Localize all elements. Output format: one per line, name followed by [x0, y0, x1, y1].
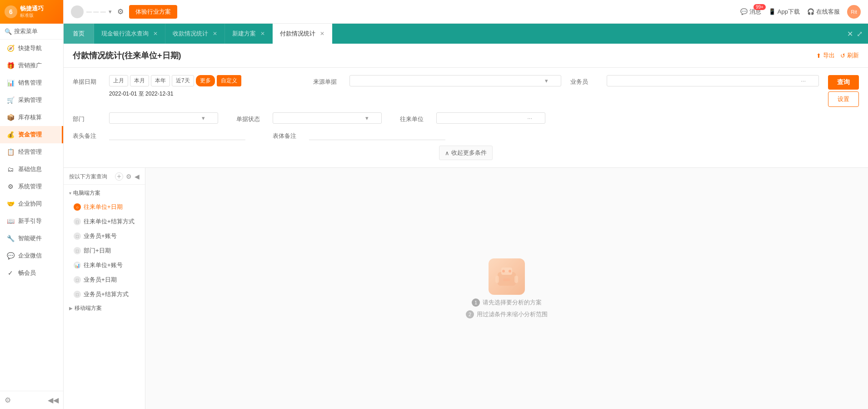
source-filter-label: 来源单据 [313, 75, 340, 86]
date-btn-last-month[interactable]: 上月 [109, 75, 128, 86]
scheme-item-staff-date[interactable]: □ 业务员+日期 [64, 273, 145, 287]
counterpart-more-icon: ··· [527, 115, 532, 121]
app-subtitle: 标准版 [20, 12, 44, 19]
empty-hint-2: 2 用过滤条件来缩小分析范围 [466, 310, 548, 318]
scheme-item-staff-account[interactable]: □ 业务员+账号 [64, 229, 145, 243]
collapse-button[interactable]: ∧ 收起更多条件 [439, 146, 493, 160]
sidebar-item-hardware[interactable]: 🔧 智能硬件 [0, 230, 63, 247]
weixin-icon: 💬 [6, 252, 15, 260]
scheme-item-staff-settle-label: 业务员+结算方式 [84, 290, 129, 298]
sidebar-item-inventory[interactable]: 📦 库存核算 [0, 109, 63, 126]
collapse-arrow-icon: ∧ [445, 150, 449, 157]
sidebar-item-finance[interactable]: 💰 资金管理 [0, 126, 63, 143]
scheme-item-staff-account-label: 业务员+账号 [84, 232, 117, 240]
sidebar-item-marketing[interactable]: 🎁 营销推广 [0, 57, 63, 74]
date-btn-this-year[interactable]: 本年 [151, 75, 170, 86]
account-dropdown-icon[interactable]: ▾ [109, 8, 112, 15]
dept-select[interactable]: ▾ [109, 112, 218, 124]
scheme-item-counterpart-date-label: 往来单位+日期 [84, 203, 123, 211]
guide-icon: 📖 [6, 217, 15, 225]
date-btn-custom[interactable]: 自定义 [217, 75, 241, 86]
page-title: 付款情况统计(往来单位+日期) [73, 50, 181, 61]
trial-button[interactable]: 体验行业方案 [129, 5, 177, 19]
sidebar-item-weixin[interactable]: 💬 企业微信 [0, 247, 63, 264]
header-right-actions: 💬 消息 99+ 📱 App下载 🎧 在线客服 Rit [740, 5, 861, 19]
scheme-group-mobile[interactable]: ▶ 移动端方案 [64, 302, 145, 315]
finance-icon: 💰 [6, 131, 15, 139]
tab-payment-stat[interactable]: 付款情况统计 ✕ [273, 24, 332, 44]
staff-select[interactable]: ··· [607, 75, 819, 86]
export-label: 导出 [823, 51, 835, 60]
online-service-label: 在线客服 [816, 8, 840, 16]
tab-receipt-stat[interactable]: 收款情况统计 ✕ [165, 24, 225, 44]
sidebar-item-quicknav[interactable]: 🧭 快捷导航 [0, 40, 63, 57]
scheme-item-counterpart-date[interactable]: ○ 往来单位+日期 [64, 200, 145, 214]
scheme-item-staff-settle[interactable]: □ 业务员+结算方式 [64, 287, 145, 302]
sidebar-item-label: 库存核算 [18, 113, 42, 121]
date-btn-last7[interactable]: 近7天 [172, 75, 194, 86]
tab-new-scheme-close[interactable]: ✕ [260, 30, 265, 37]
sidebar-item-member[interactable]: ✓ 畅会员 [0, 264, 63, 282]
export-button[interactable]: ⬆ 导出 [816, 51, 835, 60]
sidebar-item-enterprise[interactable]: 🤝 企业协同 [0, 195, 63, 212]
window-expand-btn[interactable]: ⤢ [857, 30, 863, 38]
header-settings-icon[interactable]: ⚙ [117, 7, 124, 16]
sidebar-item-operations[interactable]: 📋 经营管理 [0, 143, 63, 161]
scheme-collapse-icon[interactable]: ◀ [135, 173, 140, 180]
tab-home[interactable]: 首页 [64, 24, 94, 44]
export-icon: ⬆ [816, 52, 821, 59]
window-close-btn[interactable]: ✕ [847, 30, 853, 38]
app-download-label: App下载 [778, 8, 800, 16]
purchase-icon: 🛒 [6, 96, 15, 104]
content-area: 按以下方案查询 + ⚙ ◀ ▾ 电脑端方案 ○ 往来单位+日期 □ [64, 168, 868, 409]
collapse-row: ∧ 收起更多条件 [73, 146, 859, 160]
scheme-item-dept-date-icon: □ [74, 247, 81, 254]
messages-badge: 99+ [753, 4, 766, 10]
settings-button[interactable]: 设置 [828, 91, 859, 107]
user-avatar[interactable]: Rit [847, 5, 861, 19]
tab-new-scheme[interactable]: 新建方案 ✕ [225, 24, 273, 44]
scheme-add-icon[interactable]: + [115, 172, 123, 181]
scheme-group-desktop[interactable]: ▾ 电脑端方案 [64, 187, 145, 200]
tab-payment-close[interactable]: ✕ [320, 30, 324, 37]
scheme-item-counterpart-settle[interactable]: □ 往来单位+结算方式 [64, 214, 145, 229]
hint-text-1: 请先选择要分析的方案 [483, 298, 542, 307]
top-header: — — — ▾ ⚙ 体验行业方案 💬 消息 99+ 📱 App下载 🎧 在线客服… [64, 0, 868, 24]
messages-action[interactable]: 💬 消息 99+ [740, 8, 761, 16]
tab-receipt-close[interactable]: ✕ [213, 30, 217, 37]
sidebar-item-guide[interactable]: 📖 新手引导 [0, 212, 63, 230]
app-download-action[interactable]: 📱 App下载 [768, 8, 800, 16]
date-filter-label: 单据日期 [73, 75, 100, 86]
online-service-action[interactable]: 🎧 在线客服 [807, 8, 840, 16]
source-select[interactable]: ▾ [349, 75, 562, 86]
doc-status-select[interactable]: ▾ [273, 112, 382, 124]
table-header-remark-input[interactable] [109, 129, 245, 140]
date-filter-value: 上月 本月 本年 近7天 更多 自定义 2022-01-01 至 2022-12… [109, 75, 304, 98]
date-buttons: 上月 本月 本年 近7天 更多 自定义 [109, 75, 241, 86]
scheme-settings-icon[interactable]: ⚙ [126, 173, 132, 180]
refresh-button[interactable]: ↺ 刷新 [840, 51, 859, 60]
footer-collapse-icon[interactable]: ◀◀ [48, 396, 59, 404]
scheme-item-dept-date[interactable]: □ 部门+日期 [64, 243, 145, 258]
scheme-item-counterpart-account[interactable]: 📊 往来单位+账号 [64, 258, 145, 273]
mobile-group-label: 移动端方案 [75, 304, 102, 312]
counterpart-select[interactable]: ··· [436, 112, 545, 124]
sidebar-item-label: 畅会员 [18, 269, 36, 277]
sidebar-item-system[interactable]: ⚙ 系统管理 [0, 178, 63, 195]
sidebar-search[interactable]: 🔍 搜索菜单 [0, 24, 63, 40]
tab-cashflow[interactable]: 现金银行流水查询 ✕ [94, 24, 165, 44]
tab-cashflow-close[interactable]: ✕ [153, 30, 158, 37]
sidebar-item-sales[interactable]: 📊 销售管理 [0, 74, 63, 91]
search-icon: 🔍 [5, 28, 12, 35]
date-btn-this-month[interactable]: 本月 [130, 75, 149, 86]
date-btn-more[interactable]: 更多 [196, 75, 215, 86]
sidebar-item-purchase[interactable]: 🛒 采购管理 [0, 91, 63, 109]
hint-number-2: 2 [466, 310, 474, 318]
svg-rect-6 [514, 276, 518, 283]
query-button[interactable]: 查询 [828, 75, 859, 90]
scheme-item-counterpart-account-label: 往来单位+账号 [84, 261, 123, 269]
page-area: 付款情况统计(往来单位+日期) ⬆ 导出 ↺ 刷新 单据日期 上月 本 [64, 44, 868, 409]
footer-settings-icon[interactable]: ⚙ [5, 396, 11, 404]
sidebar-item-basic[interactable]: 🗂 基础信息 [0, 161, 63, 178]
table-body-remark-input[interactable] [309, 129, 445, 140]
